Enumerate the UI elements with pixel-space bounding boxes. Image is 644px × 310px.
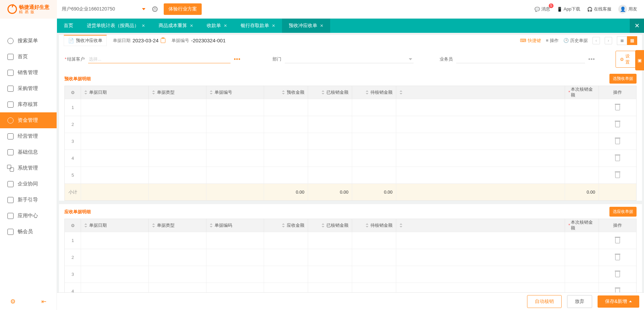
- prev-button[interactable]: ‹: [592, 37, 600, 44]
- close-icon[interactable]: ✕: [272, 23, 275, 28]
- close-icon[interactable]: ✕: [142, 23, 145, 28]
- col-this-verify[interactable]: *本次核销金额: [565, 86, 599, 99]
- customer-picker[interactable]: •••: [234, 56, 241, 62]
- table-row[interactable]: 1: [65, 232, 636, 249]
- pick-receivable-button[interactable]: 选应收单据: [609, 207, 637, 217]
- customer-service-link[interactable]: 🎧 在线客服: [587, 6, 611, 12]
- gear-icon: ⚙: [620, 57, 624, 62]
- col-receivable-amount[interactable]: 应收金额: [264, 219, 308, 232]
- chevron-down-icon[interactable]: [409, 58, 412, 60]
- delete-icon[interactable]: [615, 122, 620, 127]
- calendar-icon[interactable]: [161, 38, 165, 43]
- table-row[interactable]: 3: [65, 266, 636, 283]
- delete-icon[interactable]: [615, 272, 620, 277]
- sidebar-item-collab[interactable]: 企业协同: [0, 176, 57, 192]
- logo[interactable]: 畅捷通好生意 精易版: [0, 0, 57, 19]
- col-prepay-amount[interactable]: 预收金额: [264, 86, 308, 99]
- sidebar-item-home[interactable]: 首页: [0, 49, 57, 65]
- next-button[interactable]: ›: [605, 37, 612, 44]
- close-all-tabs[interactable]: ✕: [630, 19, 644, 33]
- sort-icon: [84, 223, 87, 227]
- sort-icon: [282, 223, 285, 227]
- col-verified[interactable]: 已核销金额: [308, 219, 352, 232]
- tab-bank[interactable]: 银行存取款单✕: [234, 19, 282, 33]
- sidebar-item-inventory[interactable]: 库存核算: [0, 96, 57, 112]
- table-row[interactable]: 2: [65, 116, 636, 133]
- table-row[interactable]: 2: [65, 249, 636, 266]
- form-row: *结算客户 ••• 部门 业务员 ••• ⚙ 设置: [59, 46, 642, 71]
- salesman-label: 业务员: [432, 56, 453, 62]
- close-icon[interactable]: ✕: [224, 23, 227, 28]
- dept-input[interactable]: [285, 55, 414, 63]
- date-value[interactable]: 2023-03-24: [133, 38, 159, 43]
- discard-button[interactable]: 放弃: [567, 295, 592, 308]
- sidebar-item-search[interactable]: 搜索菜单: [0, 33, 57, 49]
- table-row[interactable]: 3: [65, 133, 636, 150]
- gear-icon: [7, 165, 14, 171]
- col-spacer: [396, 86, 565, 99]
- trial-button[interactable]: 体验行业方案: [164, 3, 202, 15]
- delete-icon[interactable]: [615, 139, 620, 144]
- operate-link[interactable]: ≡操作: [546, 38, 559, 44]
- shortcut-link[interactable]: ⌨快捷键: [520, 38, 541, 44]
- settings-button[interactable]: ⚙ 设置: [616, 51, 637, 68]
- tab-cost-recalc[interactable]: 商品成本重算✕: [152, 19, 200, 33]
- col-verified[interactable]: 已核销金额: [308, 86, 352, 99]
- sidebar-item-funds[interactable]: 资金管理: [0, 112, 57, 128]
- customer-input[interactable]: [88, 55, 230, 63]
- save-new-button[interactable]: 保存&新增: [598, 295, 639, 308]
- col-pending[interactable]: 待核销金额: [352, 219, 396, 232]
- logo-text-2: 精易版: [19, 10, 49, 14]
- app-download-link[interactable]: 📱 App下载: [557, 6, 580, 12]
- sidebar-item-operation[interactable]: 经营管理: [0, 128, 57, 144]
- tab-prepay-offset[interactable]: 预收冲应收单✕: [282, 19, 330, 33]
- delete-icon[interactable]: [615, 238, 620, 243]
- close-icon[interactable]: ✕: [190, 23, 193, 28]
- table-row[interactable]: 5: [65, 167, 636, 183]
- user-menu[interactable]: 👤 用友: [618, 5, 637, 14]
- view-card[interactable]: ▦: [627, 36, 637, 45]
- pick-prepay-button[interactable]: 选预收单据: [609, 74, 637, 84]
- table-row[interactable]: 1: [65, 99, 636, 116]
- sidebar-settings-icon[interactable]: ⚙: [10, 298, 16, 305]
- col-type[interactable]: 单据类型: [149, 86, 206, 99]
- sidebar-item-system[interactable]: 系统管理: [0, 160, 57, 176]
- col-date[interactable]: 单据日期: [81, 86, 149, 99]
- col-code[interactable]: 单据编码: [206, 219, 264, 232]
- col-gear[interactable]: ⚙: [65, 219, 81, 232]
- cart-icon: [7, 86, 14, 92]
- delete-icon[interactable]: [615, 156, 620, 161]
- col-date[interactable]: 单据日期: [81, 219, 149, 232]
- sidebar-item-purchase[interactable]: 采购管理: [0, 81, 57, 96]
- col-gear[interactable]: ⚙: [65, 86, 81, 99]
- gear-icon[interactable]: [152, 6, 158, 12]
- auto-verify-button[interactable]: 自动核销: [527, 295, 562, 308]
- salesman-input[interactable]: [456, 55, 585, 63]
- table-row[interactable]: 4: [65, 150, 636, 167]
- delete-icon[interactable]: [615, 255, 620, 260]
- view-list[interactable]: ≣: [617, 36, 627, 45]
- tab-receipt[interactable]: 收款单✕: [200, 19, 234, 33]
- messages-link[interactable]: 💬 消息 5: [535, 6, 550, 12]
- sidebar-item-apps[interactable]: 应用中心: [0, 208, 57, 224]
- sidebar-item-base[interactable]: 基础信息: [0, 144, 57, 160]
- history-link[interactable]: 🕑历史单据: [563, 38, 588, 44]
- date-label: 单据日期: [113, 38, 130, 44]
- tab-purchase-stats[interactable]: 进货单统计表（按商品）✕: [80, 19, 152, 33]
- doc-tab[interactable]: 📄 预收冲应收单: [64, 35, 107, 46]
- col-code[interactable]: 单据编号: [206, 86, 264, 99]
- sidebar-item-guide[interactable]: 新手引导: [0, 192, 57, 208]
- salesman-picker[interactable]: •••: [588, 56, 595, 62]
- col-pending[interactable]: 待核销金额: [352, 86, 396, 99]
- company-selector[interactable]: 用户690企业1660120750: [62, 6, 145, 12]
- right-rail-toggle[interactable]: ▣: [635, 50, 644, 70]
- tab-home[interactable]: 首页: [57, 19, 80, 33]
- col-type[interactable]: 单据类型: [149, 219, 206, 232]
- col-this-verify[interactable]: *本次核销金额: [565, 219, 599, 232]
- close-icon[interactable]: ✕: [320, 23, 323, 28]
- delete-icon[interactable]: [615, 105, 620, 110]
- delete-icon[interactable]: [615, 173, 620, 178]
- sidebar-item-member[interactable]: 畅会员: [0, 224, 57, 240]
- sidebar-collapse-icon[interactable]: ⇤: [41, 298, 46, 305]
- sidebar-item-sales[interactable]: 销售管理: [0, 65, 57, 81]
